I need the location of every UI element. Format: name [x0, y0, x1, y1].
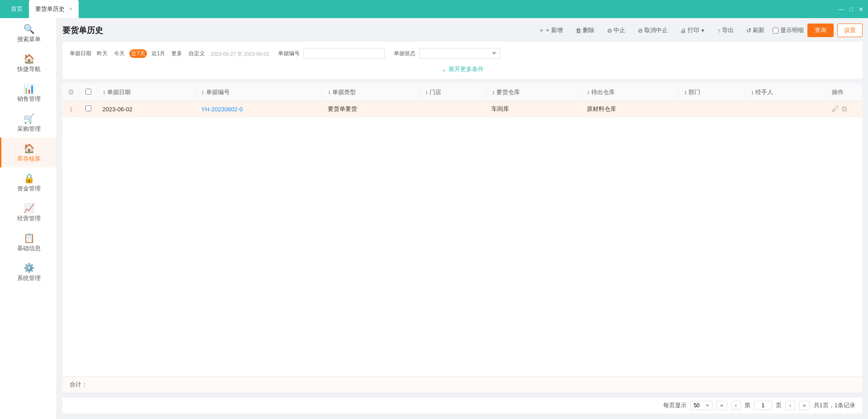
shortcut-more[interactable]: 更多 — [170, 49, 184, 58]
sidebar-item-label-quick-nav: 快捷导航 — [17, 65, 41, 73]
col-pending-warehouse: ↕ 待出仓库 — [581, 83, 679, 101]
row-pending-warehouse: 原材料仓库 — [581, 101, 679, 117]
operation-icon: 📈 — [24, 204, 35, 213]
summary-label: 合计： — [70, 381, 87, 388]
col-pending-warehouse-label: ↕ 待出仓库 — [587, 89, 615, 95]
active-tab[interactable]: 要货单历史 × — [29, 0, 79, 18]
delete-button[interactable]: 🗑 删除 — [571, 24, 599, 37]
row-actions: 🖊 ⧉ — [826, 101, 863, 117]
first-page-button[interactable]: « — [716, 401, 727, 410]
sidebar-item-label-basic-info: 基础信息 — [17, 244, 41, 252]
sidebar-item-purchase[interactable]: 🛒 采购管理 — [0, 108, 57, 138]
active-tab-label: 要货单历史 — [35, 5, 65, 13]
per-page-select[interactable]: 50 20 100 200 — [690, 401, 712, 410]
page-label-post: 页 — [776, 401, 782, 409]
export-button[interactable]: ↑ 导出 — [713, 24, 739, 37]
display-detail-label: 显示明细 — [780, 26, 804, 34]
export-icon: ↑ — [718, 27, 721, 34]
sidebar-item-search-menu[interactable]: 🔍 搜索菜单 — [0, 18, 57, 48]
next-page-button[interactable]: › — [785, 401, 795, 410]
row-req-warehouse: 车间库 — [486, 101, 581, 117]
filter-panel: 单据日期 昨天 今天 近7天 近1月 更多 自定义 2023-05-27 至 2… — [62, 42, 863, 79]
page-input[interactable] — [754, 401, 772, 410]
sidebar-item-system[interactable]: ⚙️ 系统管理 — [0, 257, 57, 287]
minimize-icon[interactable]: — — [838, 6, 844, 13]
row-checkbox[interactable] — [85, 105, 91, 111]
shortcut-7days[interactable]: 近7天 — [129, 49, 147, 58]
query-button[interactable]: 查询 — [807, 24, 834, 37]
data-table: ⚙ ↕ 单据日期 ↕ 单据编号 ↕ 单据类型 — [62, 83, 863, 117]
main-layout: 🔍 搜索菜单 🏠 快捷导航 📊 销售管理 🛒 采购管理 🏠 库存核算 🔒 资金管… — [0, 18, 868, 419]
col-settings-icon[interactable]: ⚙ — [68, 88, 74, 96]
per-page-label: 每页显示 — [663, 401, 687, 409]
row-store — [420, 101, 486, 117]
refresh-button[interactable]: ↺ 刷新 — [742, 24, 769, 37]
shortcut-yesterday[interactable]: 昨天 — [95, 49, 109, 58]
table-footer-summary: 合计： — [62, 376, 863, 392]
close-tab-icon[interactable]: × — [69, 6, 72, 12]
display-detail-checkbox[interactable] — [773, 28, 778, 33]
col-department-label: ↕ 部门 — [684, 89, 700, 95]
col-actions-label: 操作 — [832, 89, 844, 95]
expand-more-btn[interactable]: ⌄ 展开更多条件 — [70, 63, 855, 75]
sidebar-item-label-system: 系统管理 — [17, 274, 41, 282]
sidebar-item-quick-nav[interactable]: 🏠 快捷导航 — [0, 48, 57, 78]
home-tab[interactable]: 首页 — [5, 0, 29, 18]
table-row: 1 2023-06-02 YH-20230602-0 要货单要货 车间库 原材料… — [62, 101, 863, 117]
total-info: 共1页，1条记录 — [814, 401, 855, 409]
export-label: 导出 — [722, 26, 734, 34]
new-label: + 新增 — [546, 26, 562, 34]
copy-action-icon[interactable]: ⧉ — [842, 105, 847, 113]
stop-label: 中止 — [613, 26, 625, 34]
docstatus-filter-group: 单据状态 — [394, 48, 500, 59]
sidebar-item-label-search-menu: 搜索菜单 — [17, 35, 41, 43]
print-button[interactable]: 🖨 打印 ▼ — [676, 24, 710, 37]
sidebar-item-inventory[interactable]: 🏠 库存核算 — [0, 138, 57, 167]
sidebar-item-basic-info[interactable]: 📋 基础信息 — [0, 227, 57, 257]
shortcut-custom[interactable]: 自定义 — [187, 49, 207, 58]
print-icon: 🖨 — [680, 27, 686, 34]
maximize-icon[interactable]: □ — [849, 6, 853, 13]
row-checkbox-cell — [80, 101, 97, 117]
date-filter-label: 单据日期 — [70, 50, 91, 57]
window-controls: — □ ✕ — [838, 6, 863, 13]
sales-icon: 📊 — [24, 84, 35, 93]
sidebar-item-sales[interactable]: 📊 销售管理 — [0, 78, 57, 108]
page-header: 要货单历史 ＋ + 新增 🗑 删除 ⊘ 中止 ⊘ 取消中止 — [62, 24, 863, 37]
docno-filter-input[interactable] — [303, 48, 385, 59]
docno-filter-group: 单据编号 — [278, 48, 385, 59]
edit-action-icon[interactable]: 🖊 — [832, 105, 839, 113]
settings-button[interactable]: 设置 — [837, 24, 863, 37]
select-all-checkbox[interactable] — [85, 89, 91, 95]
quick-nav-icon: 🏠 — [24, 54, 35, 63]
top-bar: 首页 要货单历史 × — □ ✕ — [0, 0, 868, 18]
table-wrapper: ⚙ ↕ 单据日期 ↕ 单据编号 ↕ 单据类型 — [62, 83, 863, 392]
prev-page-button[interactable]: ‹ — [731, 401, 741, 410]
last-page-button[interactable]: » — [799, 401, 810, 410]
sidebar-item-finance[interactable]: 🔒 资金管理 — [0, 167, 57, 197]
col-settings[interactable]: ⚙ — [62, 83, 80, 101]
delete-label: 删除 — [583, 26, 594, 34]
col-req-warehouse: ↕ 要货仓库 — [486, 83, 581, 101]
display-detail-toggle[interactable]: 显示明细 — [773, 26, 804, 34]
close-window-icon[interactable]: ✕ — [859, 6, 863, 13]
col-doc-date-label: ↕ 单据日期 — [103, 89, 131, 95]
refresh-icon: ↺ — [746, 27, 751, 34]
inventory-icon: 🏠 — [24, 144, 35, 153]
delete-icon: 🗑 — [576, 27, 581, 34]
print-label: 打印 — [688, 26, 699, 34]
docstatus-filter-select[interactable] — [419, 48, 500, 59]
cancel-stop-button[interactable]: ⊘ 取消中止 — [633, 24, 672, 37]
shortcut-today[interactable]: 今天 — [112, 49, 127, 58]
sidebar-item-operation[interactable]: 📈 经营管理 — [0, 197, 57, 227]
row-doc-no-link[interactable]: YH-20230602-0 — [201, 106, 243, 113]
shortcut-1month[interactable]: 近1月 — [150, 49, 167, 58]
sidebar: 🔍 搜索菜单 🏠 快捷导航 📊 销售管理 🛒 采购管理 🏠 库存核算 🔒 资金管… — [0, 18, 57, 419]
stop-button[interactable]: ⊘ 中止 — [603, 24, 630, 37]
row-num: 1 — [62, 101, 80, 117]
finance-icon: 🔒 — [24, 174, 35, 183]
col-actions: 操作 — [826, 83, 863, 101]
new-button[interactable]: ＋ + 新增 — [534, 24, 567, 37]
date-filter-group: 单据日期 昨天 今天 近7天 近1月 更多 自定义 2023-05-27 至 2… — [70, 49, 269, 58]
row-department — [679, 101, 745, 117]
